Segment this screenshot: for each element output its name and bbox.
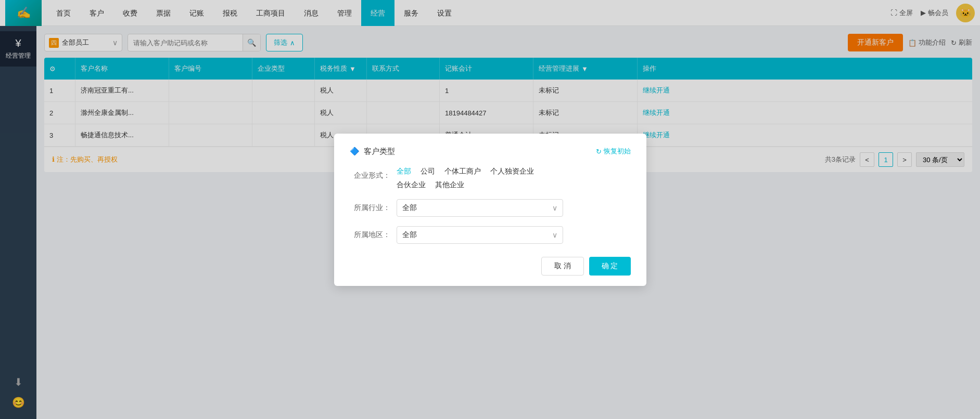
industry-form-row: 所属行业： 全部 ∨ [350,199,631,217]
industry-value: 全部 [402,203,417,213]
type-option-other[interactable]: 其他企业 [435,180,464,190]
type-option-partnership[interactable]: 合伙企业 [397,180,426,190]
type-option-company[interactable]: 公司 [421,167,435,176]
confirm-button[interactable]: 确 定 [589,257,631,276]
type-option-sole[interactable]: 个人独资企业 [490,167,534,176]
type-option-all[interactable]: 全部 [397,167,411,176]
modal-title-icon: 🔷 [350,147,360,156]
cancel-button[interactable]: 取 消 [541,257,584,276]
modal-title-text: 客户类型 [364,147,395,156]
industry-arrow-icon: ∨ [552,204,557,212]
modal-footer: 取 消 确 定 [350,257,631,276]
reset-icon: ↻ [596,148,602,155]
industry-label: 所属行业： [350,199,397,216]
reset-label: 恢复初始 [604,147,631,156]
type-options-container: 全部 公司 个体工商户 个人独资企业 [397,167,631,176]
region-arrow-icon: ∨ [552,231,557,239]
enterprise-form-row: 企业形式： 全部 公司 个体工商户 个人独资企业 合伙企业 其他企业 [350,167,631,190]
modal-reset-btn[interactable]: ↻ 恢复初始 [596,147,631,156]
region-form-row: 所属地区： 全部 ∨ [350,226,631,244]
region-value: 全部 [402,230,417,240]
industry-select[interactable]: 全部 ∨ [397,199,563,217]
modal-title: 🔷 客户类型 [350,147,395,156]
modal-overlay: 🔷 客户类型 ↻ 恢复初始 企业形式： 全部 公司 个体工商户 个人独资企业 合… [0,0,980,419]
enterprise-form-label: 企业形式： [350,167,397,184]
industry-select-wrapper: 全部 ∨ [397,199,631,217]
modal-header: 🔷 客户类型 ↻ 恢复初始 [350,147,631,156]
region-select[interactable]: 全部 ∨ [397,226,563,244]
type-option-individual[interactable]: 个体工商户 [444,167,481,176]
region-label: 所属地区： [350,226,397,243]
filter-modal: 🔷 客户类型 ↻ 恢复初始 企业形式： 全部 公司 个体工商户 个人独资企业 合… [334,134,646,286]
enterprise-options: 全部 公司 个体工商户 个人独资企业 合伙企业 其他企业 [397,167,631,190]
region-select-wrapper: 全部 ∨ [397,226,631,244]
type-options-row2: 合伙企业 其他企业 [397,180,631,190]
